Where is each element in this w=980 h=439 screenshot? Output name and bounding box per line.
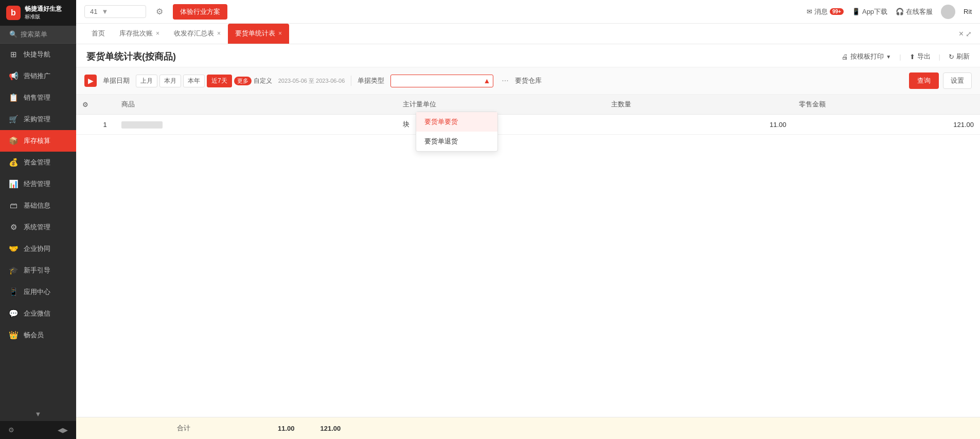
- sidebar-item-label: 基础信息: [24, 201, 50, 210]
- export-btn[interactable]: ⬆ 导出: [910, 52, 931, 61]
- messages-action[interactable]: ✉ 消息 99+: [807, 7, 844, 16]
- user-name: Rit: [964, 8, 972, 15]
- table-body: 1 块 11.00 121.00: [76, 115, 980, 135]
- sidebar-item-guide[interactable]: 🎓 新手引导: [0, 260, 76, 281]
- tab-order-summary[interactable]: 要货单统计表 ×: [228, 24, 289, 44]
- footer-label: 合计: [177, 424, 190, 433]
- sidebar-item-label: 新手引导: [24, 266, 50, 275]
- sidebar: b 畅捷通好生意 标准版 🔍 搜索菜单 ⊞ 快捷导航 📢 营销推广 📋 销售管理…: [0, 0, 76, 439]
- th-settings[interactable]: ⚙: [76, 95, 95, 115]
- th-qty: 主数量: [605, 95, 792, 115]
- sidebar-item-label: 畅会员: [24, 331, 44, 340]
- sidebar-item-appstore[interactable]: 📱 应用中心: [0, 281, 76, 303]
- filter-more-btn[interactable]: ···: [502, 76, 508, 85]
- tab-batch-account[interactable]: 库存批次账 ×: [112, 24, 167, 44]
- messages-label: 消息: [814, 7, 828, 16]
- app-download-action[interactable]: 📱 App下载: [852, 7, 887, 16]
- trial-btn[interactable]: 体验行业方案: [173, 4, 227, 20]
- doc-type-dropdown: 要货单要货 要货单退货: [416, 112, 498, 152]
- tab-collection-summary[interactable]: 收发存汇总表 ×: [167, 24, 228, 44]
- marketing-icon: 📢: [8, 71, 19, 81]
- sidebar-item-label: 企业微信: [24, 309, 50, 318]
- tab-order-summary-label: 要货单统计表: [235, 29, 275, 38]
- topbar-right: ✉ 消息 99+ 📱 App下载 🎧 在线客服 Rit: [807, 5, 972, 19]
- app-version: 标准版: [25, 13, 62, 21]
- query-btn[interactable]: 查询: [909, 72, 939, 89]
- dropdown-item-order-goods[interactable]: 要货单要货: [416, 112, 497, 132]
- user-avatar[interactable]: [941, 5, 955, 19]
- doc-type-wrapper: ▲: [390, 75, 493, 87]
- tab-expand[interactable]: ⤢: [966, 30, 972, 38]
- app-logo: b 畅捷通好生意 标准版: [0, 0, 76, 26]
- sidebar-item-marketing[interactable]: 📢 营销推广: [0, 65, 76, 87]
- sidebar-scroll-down[interactable]: ▼: [0, 407, 76, 421]
- page-content: 要货单统计表(按商品) 🖨 按模板打印 ▼ | ⬆ 导出 | ↻ 刷新: [76, 44, 980, 439]
- sidebar-item-label: 采购管理: [24, 115, 50, 124]
- dropdown-item-order-goods-label: 要货单要货: [424, 118, 458, 125]
- sidebar-item-label: 资金管理: [24, 158, 50, 167]
- date-btn-last-month[interactable]: 上月: [136, 75, 157, 87]
- tab-home[interactable]: 首页: [84, 24, 112, 44]
- date-btn-this-month[interactable]: 本月: [159, 75, 181, 87]
- tab-bar: 首页 库存批次账 × 收发存汇总表 × 要货单统计表 × × ⤢: [76, 24, 980, 44]
- sidebar-item-wechat[interactable]: 💬 企业微信: [0, 303, 76, 324]
- tab-collection-summary-label: 收发存汇总表: [174, 29, 214, 38]
- th-amount: 零售金额: [793, 95, 980, 115]
- company-selector[interactable]: 41 ▼: [84, 5, 146, 18]
- custom-date[interactable]: 自定义: [254, 77, 272, 85]
- enterprise-icon: 🤝: [8, 244, 19, 254]
- sidebar-nav: ⊞ 快捷导航 📢 营销推广 📋 销售管理 🛒 采购管理 📦 库存核算 💰 资金管…: [0, 44, 76, 407]
- tab-close-all[interactable]: ×: [959, 29, 964, 39]
- collapse-icon[interactable]: ◀▶: [58, 426, 68, 434]
- filter-actions: 查询 设置: [909, 72, 972, 89]
- th-no: [95, 95, 115, 115]
- search-icon: 🔍: [9, 30, 17, 38]
- quick-nav-icon: ⊞: [8, 49, 19, 60]
- search-menu[interactable]: 🔍 搜索菜单: [0, 26, 76, 44]
- filter-bar: ▶ 单据日期 上月 本月 本年 近7天 更多 自定义 2023-05-06 至 …: [76, 67, 980, 95]
- settings-filter-btn[interactable]: 设置: [943, 72, 972, 89]
- sidebar-item-enterprise[interactable]: 🤝 企业协同: [0, 238, 76, 260]
- sidebar-item-basic[interactable]: 🗃 基础信息: [0, 195, 76, 216]
- sidebar-item-purchase[interactable]: 🛒 采购管理: [0, 108, 76, 130]
- doc-type-arrow-icon[interactable]: ▲: [483, 77, 490, 85]
- sidebar-item-finance[interactable]: 💰 资金管理: [0, 152, 76, 173]
- sidebar-item-quick-nav[interactable]: ⊞ 快捷导航: [0, 44, 76, 65]
- dropdown-item-order-return[interactable]: 要货单退货: [416, 132, 497, 151]
- data-table: ⚙ 商品 主计量单位 主数量 零售金额: [76, 95, 980, 135]
- print-arrow-icon: ▼: [886, 54, 891, 60]
- online-service-action[interactable]: 🎧 在线客服: [896, 7, 933, 16]
- footer-qty: 11.00: [278, 425, 295, 432]
- sidebar-item-label: 销售管理: [24, 93, 50, 102]
- date-btn-this-year[interactable]: 本年: [183, 75, 205, 87]
- doc-type-input[interactable]: [390, 75, 493, 87]
- filter-expand-btn[interactable]: ▶: [84, 75, 97, 87]
- sidebar-item-inventory[interactable]: 📦 库存核算: [0, 130, 76, 152]
- print-template-label: 按模板打印: [850, 52, 884, 61]
- app-name: 畅捷通好生意: [25, 5, 62, 13]
- basic-icon: 🗃: [8, 200, 19, 211]
- settings-icon[interactable]: ⚙: [8, 426, 14, 434]
- main-area: 41 ▼ ⚙ 体验行业方案 ✉ 消息 99+ 📱 App下载 🎧 在线客服 Ri…: [76, 0, 980, 439]
- refresh-btn[interactable]: ↻ 刷新: [949, 52, 970, 61]
- dropdown-item-order-return-label: 要货单退货: [424, 137, 458, 145]
- tab-batch-account-close[interactable]: ×: [156, 30, 159, 37]
- tab-collection-summary-close[interactable]: ×: [217, 30, 221, 37]
- topbar-left: 41 ▼ ⚙ 体验行业方案: [84, 4, 227, 20]
- more-dates-badge[interactable]: 更多: [234, 77, 252, 85]
- sidebar-item-operations[interactable]: 📊 经营管理: [0, 173, 76, 195]
- message-icon: ✉: [807, 8, 812, 15]
- sidebar-item-sales[interactable]: 📋 销售管理: [0, 87, 76, 108]
- company-value: 41: [90, 8, 97, 15]
- sidebar-item-label: 应用中心: [24, 287, 50, 297]
- date-btn-last-7-days[interactable]: 近7天: [207, 75, 232, 87]
- tab-order-summary-close[interactable]: ×: [278, 30, 282, 37]
- topbar-settings-btn[interactable]: ⚙: [152, 5, 167, 19]
- messages-badge: 99+: [830, 8, 844, 15]
- refresh-icon: ↻: [949, 53, 954, 61]
- table-row: 1 块 11.00 121.00: [76, 115, 980, 135]
- sidebar-item-member[interactable]: 👑 畅会员: [0, 324, 76, 346]
- sidebar-item-system[interactable]: ⚙ 系统管理: [0, 216, 76, 238]
- search-menu-label: 搜索菜单: [21, 30, 47, 39]
- print-template-btn[interactable]: 🖨 按模板打印 ▼: [842, 52, 891, 61]
